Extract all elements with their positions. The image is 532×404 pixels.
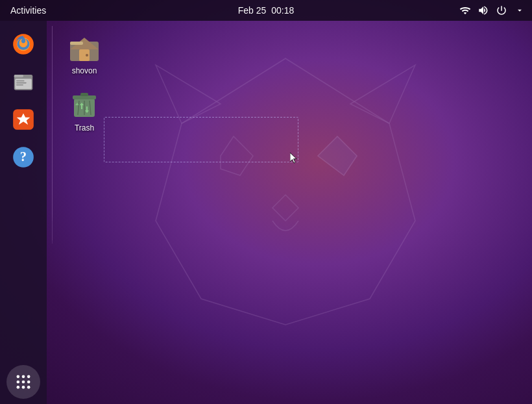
svg-point-44 bbox=[22, 386, 25, 389]
svg-rect-33 bbox=[16, 84, 23, 86]
home-folder-icon[interactable]: shovon bbox=[58, 27, 110, 78]
svg-rect-32 bbox=[16, 82, 27, 84]
dock-item-files[interactable] bbox=[6, 65, 40, 99]
time-display: 00:18 bbox=[271, 5, 294, 16]
svg-marker-25 bbox=[318, 136, 357, 175]
sound-icon[interactable] bbox=[476, 3, 490, 18]
selection-rectangle bbox=[104, 117, 298, 162]
desktop: Activities Feb 25 00:18 bbox=[0, 0, 532, 404]
svg-rect-31 bbox=[16, 81, 25, 82]
dock-item-firefox[interactable] bbox=[6, 27, 40, 61]
activities-button[interactable]: Activities bbox=[5, 3, 51, 18]
dock-item-software[interactable] bbox=[6, 103, 40, 136]
topbar-right bbox=[458, 3, 532, 18]
svg-point-42 bbox=[27, 381, 30, 384]
topbar: Activities Feb 25 00:18 bbox=[0, 0, 532, 21]
home-icon-label: shovon bbox=[72, 66, 97, 75]
svg-point-37 bbox=[17, 375, 20, 379]
svg-marker-1 bbox=[156, 65, 221, 123]
svg-point-40 bbox=[17, 381, 20, 384]
desktop-icons: shovon bbox=[58, 27, 110, 135]
wallpaper-cat bbox=[52, 26, 519, 396]
svg-text:?: ? bbox=[20, 149, 27, 164]
svg-rect-29 bbox=[14, 75, 23, 77]
dock-item-help[interactable]: ? bbox=[6, 140, 40, 174]
svg-marker-0 bbox=[156, 58, 415, 325]
svg-rect-48 bbox=[70, 42, 83, 45]
show-applications-button[interactable] bbox=[6, 365, 40, 399]
svg-marker-2 bbox=[350, 65, 415, 123]
topbar-left: Activities bbox=[0, 3, 51, 18]
network-icon[interactable] bbox=[458, 3, 472, 18]
svg-point-41 bbox=[22, 381, 25, 384]
dock: ? bbox=[0, 21, 47, 404]
trash-icon[interactable]: Trash bbox=[58, 84, 110, 135]
svg-marker-5 bbox=[272, 195, 298, 221]
svg-point-39 bbox=[27, 375, 30, 379]
svg-rect-52 bbox=[80, 93, 88, 96]
power-icon[interactable] bbox=[494, 3, 509, 18]
svg-point-43 bbox=[17, 386, 20, 389]
svg-point-38 bbox=[22, 375, 25, 379]
topbar-clock[interactable]: Feb 25 00:18 bbox=[238, 5, 295, 16]
svg-point-49 bbox=[86, 54, 88, 57]
date-display: Feb 25 bbox=[238, 5, 267, 16]
trash-icon-label: Trash bbox=[75, 123, 94, 133]
dropdown-icon[interactable] bbox=[513, 3, 527, 18]
svg-point-45 bbox=[27, 386, 30, 389]
